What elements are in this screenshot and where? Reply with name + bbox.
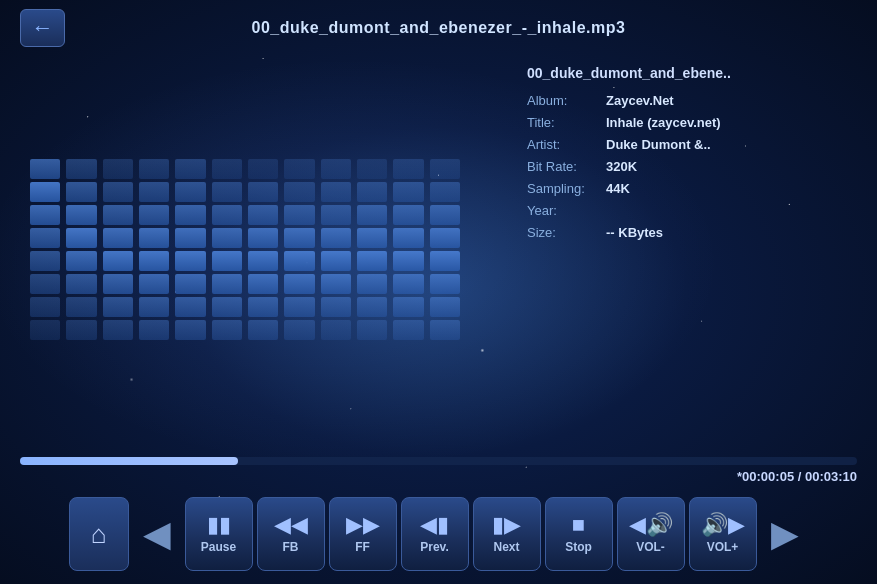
eq-segment [139,159,169,179]
eq-segment [284,159,314,179]
eq-segment [357,159,387,179]
eq-segment [430,159,460,179]
home-button[interactable]: ⌂ [69,497,129,571]
eq-segment [357,251,387,271]
eq-segment [393,274,423,294]
eq-segment [30,205,60,225]
eq-segment [175,320,205,340]
stop-button[interactable]: ■ Stop [545,497,613,571]
eq-segment [30,251,60,271]
eq-segment [30,182,60,202]
eq-segment [248,228,278,248]
pause-button[interactable]: ▮▮ Pause [185,497,253,571]
eq-segment [357,205,387,225]
eq-bar-1 [66,159,96,340]
ff-label: FF [355,540,370,554]
eq-segment [66,205,96,225]
eq-segment [212,182,242,202]
controls-bar: ⌂ ◀ ▮▮ Pause ◀◀ FB ▶▶ FF ◀▮ Prev. ▮▶ Nex… [0,489,877,579]
eq-segment [321,251,351,271]
artist-value: Duke Dumont &.. [606,134,711,156]
equalizer-display [30,60,460,350]
eq-segment [175,205,205,225]
eq-segment [430,297,460,317]
left-arrow-icon: ◀ [143,513,171,555]
ff-button[interactable]: ▶▶ FF [329,497,397,571]
eq-segment [30,159,60,179]
eq-segment [103,159,133,179]
eq-segment [103,297,133,317]
stop-icon: ■ [572,514,585,536]
title-value: Inhale (zaycev.net) [606,112,721,134]
eq-bar-6 [248,159,278,340]
year-label: Year: [527,200,602,222]
pause-label: Pause [201,540,236,554]
vol-up-icon: 🔊▶ [701,514,745,536]
eq-bar-2 [103,159,133,340]
eq-segment [357,182,387,202]
eq-segment [284,228,314,248]
prev-arrow-button[interactable]: ◀ [133,497,181,571]
eq-segment [139,297,169,317]
eq-segment [66,159,96,179]
vol-down-label: VOL- [636,540,665,554]
skip-prev-icon: ◀▮ [420,514,449,536]
prev-button[interactable]: ◀▮ Prev. [401,497,469,571]
eq-segment [139,274,169,294]
vol-down-button[interactable]: ◀🔊 VOL- [617,497,685,571]
eq-bar-8 [321,159,351,340]
eq-segment [393,251,423,271]
eq-segment [430,182,460,202]
bitrate-label: Bit Rate: [527,156,602,178]
eq-segment [248,251,278,271]
eq-segment [321,182,351,202]
album-value: Zaycev.Net [606,90,674,112]
eq-segment [103,320,133,340]
eq-segment [212,205,242,225]
progress-bar[interactable] [20,457,857,465]
eq-segment [175,297,205,317]
eq-segment [430,205,460,225]
rewind-icon: ◀◀ [274,514,308,536]
track-short-filename: 00_duke_dumont_and_ebene.. [527,62,857,86]
eq-segment [393,228,423,248]
eq-segment [212,297,242,317]
next-button[interactable]: ▮▶ Next [473,497,541,571]
eq-bar-10 [393,159,423,340]
eq-segment [248,205,278,225]
eq-segment [66,228,96,248]
vol-up-button[interactable]: 🔊▶ VOL+ [689,497,757,571]
eq-segment [248,159,278,179]
header: ← 00_duke_dumont_and_ebenezer_-_inhale.m… [0,0,877,55]
eq-segment [321,205,351,225]
next-arrow-button[interactable]: ▶ [761,497,809,571]
eq-segment [321,297,351,317]
eq-segment [321,274,351,294]
eq-segment [30,297,60,317]
eq-segment [284,251,314,271]
eq-bar-0 [30,159,60,340]
eq-segment [139,182,169,202]
progress-fill [20,457,238,465]
eq-segment [175,251,205,271]
stop-label: Stop [565,540,592,554]
eq-segment [103,182,133,202]
vol-down-icon: ◀🔊 [629,514,673,536]
fb-button[interactable]: ◀◀ FB [257,497,325,571]
eq-segment [139,320,169,340]
eq-segment [248,274,278,294]
eq-segment [212,320,242,340]
eq-segment [139,205,169,225]
eq-bar-3 [139,159,169,340]
size-label: Size: [527,222,602,244]
skip-next-icon: ▮▶ [492,514,521,536]
eq-segment [357,228,387,248]
eq-bar-11 [430,159,460,340]
album-label: Album: [527,90,602,112]
eq-bar-7 [284,159,314,340]
bitrate-value: 320K [606,156,637,178]
eq-segment [393,320,423,340]
eq-segment [103,228,133,248]
eq-segment [284,182,314,202]
eq-segment [103,205,133,225]
